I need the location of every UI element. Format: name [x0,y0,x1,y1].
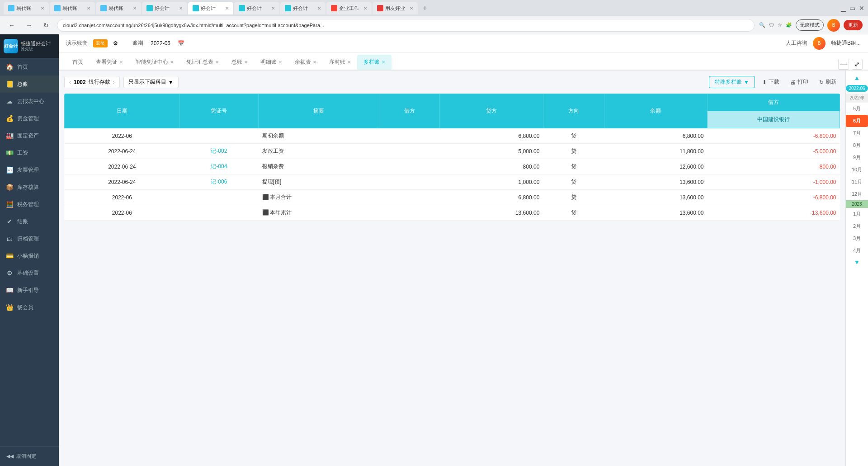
help-label[interactable]: 人工咨询 [786,39,807,47]
calendar-icon[interactable]: 📅 [178,40,184,47]
sidebar-item-close[interactable]: ✔ 结账 [0,213,59,230]
tab-balancetable[interactable]: 余额表 ✕ [288,55,323,71]
tab-multicolumn-close[interactable]: ✕ [382,60,385,65]
sidebar-item-payroll[interactable]: 💵 工资 [0,144,59,161]
prev-account-button[interactable]: ‹ [69,79,71,85]
tab-close-1[interactable]: ✕ [41,6,44,11]
close-button[interactable]: ✕ [859,5,864,12]
sidebar-item-tax[interactable]: 🧮 税务管理 [0,196,59,213]
sidebar-item-expense[interactable]: 💳 小畅报销 [0,247,59,264]
sidebar-item-cloudreport[interactable]: ☁ 云报表中心 [0,93,59,110]
maximize-panel-button[interactable]: ⤢ [852,59,863,70]
tab-viewvoucher-close[interactable]: ✕ [119,60,123,65]
reload-button[interactable]: ↻ [40,19,52,32]
tab-vouchersummary[interactable]: 凭证汇总表 ✕ [180,55,225,71]
calendar-month-10[interactable]: 10月 [846,164,868,176]
calendar-month-2023-2[interactable]: 2月 [846,220,868,232]
cell-summary-2: 报销杂费 [259,159,379,174]
download-button[interactable]: ⬇ 下载 [759,76,783,88]
tab-multicolumn[interactable]: 多栏账 ✕ [357,55,392,71]
sidebar-item-invoice[interactable]: 🧾 发票管理 [0,161,59,179]
tab-vouchersummary-close[interactable]: ✕ [215,60,219,65]
sidebar-item-home[interactable]: 🏠 首页 [0,58,59,75]
cell-voucher-5 [179,205,258,221]
search-icon[interactable]: 🔍 [759,22,765,28]
extensions-icon[interactable]: 🧩 [786,22,792,28]
gear-icon[interactable]: ⚙ [113,40,118,47]
tab-smartvoucher[interactable]: 智能凭证中心 ✕ [129,55,180,71]
new-tab-button[interactable]: + [419,2,431,14]
cell-voucher-3[interactable]: 记-006 [179,174,258,190]
tab-detailedledger-close[interactable]: ✕ [278,60,282,65]
multi-col-button[interactable]: 特殊多栏账 ▼ [709,76,755,88]
tab-close-5[interactable]: ✕ [225,6,229,11]
calendar-month-2023-4[interactable]: 4月 [846,245,868,257]
calendar-month-2023-1[interactable]: 1月 [846,208,868,220]
top-actions: 人工咨询 B 畅捷通B组... [786,37,861,50]
calendar-scroll-up[interactable]: ▲ [852,72,862,83]
update-button[interactable]: 更新 [844,20,863,30]
tab-chronological-close[interactable]: ✕ [347,60,351,65]
browser-tab-yidaizhang-3[interactable]: 易代账 ✕ [96,2,141,14]
calendar-month-2023-3[interactable]: 3月 [846,232,868,245]
stealth-mode-button[interactable]: 无痕模式 [796,19,824,31]
sidebar-item-fixedassets[interactable]: 🏭 固定资产 [0,127,59,144]
next-account-button[interactable]: › [113,79,115,85]
browser-tab-haohuiji-1[interactable]: 好会计 ✕ [142,2,187,14]
tab-generalledger[interactable]: 总账 ✕ [225,55,254,71]
calendar-month-7[interactable]: 7月 [846,127,868,139]
browser-tab-haohuiji-4[interactable]: 好会计 ✕ [280,2,326,14]
tab-close-6[interactable]: ✕ [271,6,275,11]
minimize-panel-button[interactable]: — [838,59,849,70]
tab-smartvoucher-close[interactable]: ✕ [170,60,174,65]
sidebar-item-settings[interactable]: ⚙ 基础设置 [0,264,59,282]
sidebar-item-inventory[interactable]: 📦 库存核算 [0,179,59,196]
browser-tab-yonyou[interactable]: 用友好业 ✕ [373,2,418,14]
browser-tab-yidaizhang-2[interactable]: 易代账 ✕ [50,2,95,14]
unpin-button[interactable]: ◀◀ 取消固定 [4,450,55,462]
browser-tab-haohuiji-3[interactable]: 好会计 ✕ [234,2,279,14]
maximize-button[interactable]: ▭ [849,5,855,12]
tab-close-2[interactable]: ✕ [87,6,90,11]
star-icon[interactable]: ☆ [778,22,782,28]
sidebar-item-archive[interactable]: 🗂 归档管理 [0,230,59,247]
tab-close-4[interactable]: ✕ [179,6,183,11]
minimize-button[interactable]: ▁ [841,5,846,12]
calendar-month-6[interactable]: 6月 [846,115,868,127]
browser-tab-yidaizhang-1[interactable]: 易代账 ✕ [4,2,49,14]
calendar-month-9[interactable]: 9月 [846,151,868,164]
sidebar-item-member[interactable]: 👑 畅会员 [0,299,59,316]
print-button[interactable]: 🖨 打印 [787,76,812,88]
forward-button[interactable]: → [23,19,35,32]
calendar-month-12[interactable]: 12月 [846,188,868,200]
cell-voucher-1[interactable]: 记-002 [179,144,258,159]
cell-direction-0: 贷 [543,128,604,144]
sidebar-item-guide[interactable]: 📖 新手引导 [0,282,59,299]
browser-tab-qiyegongzuo[interactable]: 企业工作 ✕ [326,2,372,14]
cell-voucher-2[interactable]: 记-004 [179,159,258,174]
tab-viewvoucher[interactable]: 查看凭证 ✕ [90,55,129,71]
url-input[interactable]: cloud2.chanjet.com/accounting/uh26t264j5… [57,19,755,32]
tab-close-9[interactable]: ✕ [410,6,413,11]
sidebar-item-ledger[interactable]: 📒 总账 [0,75,59,93]
tab-close-3[interactable]: ✕ [133,6,137,11]
calendar-month-5[interactable]: 5月 [846,103,868,115]
tab-chronological[interactable]: 序时账 ✕ [323,55,357,71]
calendar-month-8[interactable]: 8月 [846,139,868,151]
ledger-right-actions: 特殊多栏账 ▼ ⬇ 下载 🖨 打印 ↻ 刷新 [709,76,840,88]
user-avatar[interactable]: B [813,37,826,50]
sidebar-item-cashflow[interactable]: 💰 资金管理 [0,110,59,127]
browser-tab-haohuiji-2[interactable]: 好会计 ✕ [188,2,233,14]
calendar-year-label-2022[interactable]: 2022.06 [846,85,868,92]
tab-close-8[interactable]: ✕ [363,6,367,11]
calendar-month-11[interactable]: 11月 [846,176,868,188]
tab-close-7[interactable]: ✕ [317,6,321,11]
back-button[interactable]: ← [5,19,18,32]
tab-balancetable-close[interactable]: ✕ [313,60,316,65]
tab-generalledger-close[interactable]: ✕ [244,60,248,65]
refresh-button[interactable]: ↻ 刷新 [816,76,840,88]
tab-home[interactable]: 首页 [66,55,90,71]
filter-dropdown[interactable]: 只显示下级科目 ▼ [123,76,179,88]
tab-detailedledger[interactable]: 明细账 ✕ [254,55,288,71]
calendar-scroll-down[interactable]: ▼ [852,257,862,268]
